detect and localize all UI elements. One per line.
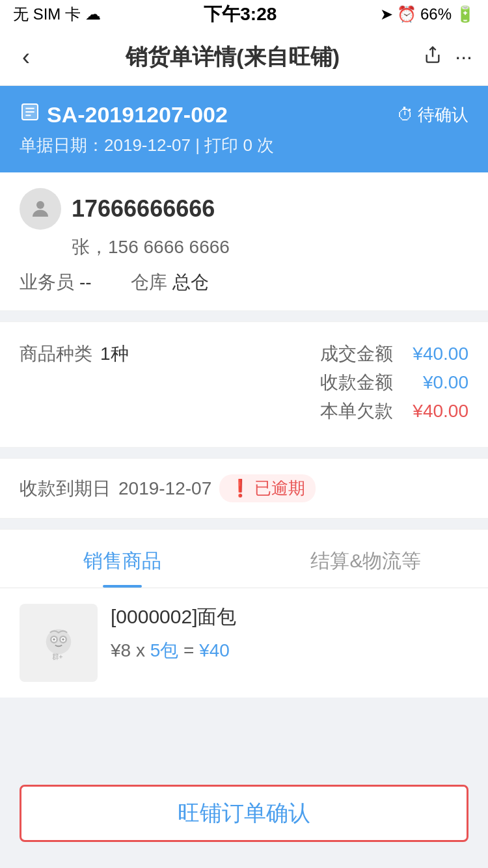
order-status: ⏱ 待确认 — [397, 103, 468, 126]
avatar — [20, 188, 61, 230]
back-button[interactable]: ‹ — [16, 37, 36, 77]
collected-amount-label: 收款金额 — [320, 370, 393, 395]
price-text: ¥8 x — [111, 640, 150, 660]
product-info: [0000002]面包 ¥8 x 5包 = ¥40 — [111, 604, 468, 663]
price-qty: 5包 — [150, 640, 179, 660]
customer-phone: 17666666666 — [72, 195, 215, 223]
salesperson-value: -- — [79, 272, 92, 293]
warehouse-value: 总仓 — [172, 270, 209, 295]
overdue-text: 已逾期 — [254, 477, 305, 500]
battery-text: 66% — [420, 5, 452, 23]
location-icon: ➤ — [380, 5, 393, 23]
tab-settlement-logistics[interactable]: 结算&物流等 — [244, 530, 488, 588]
svg-point-11 — [62, 638, 64, 641]
collected-amount: ¥0.00 — [403, 372, 468, 393]
clock-icon: ⏱ — [397, 105, 414, 125]
share-icon[interactable] — [424, 45, 442, 69]
tabs-section: 销售商品 结算&物流等 — [0, 529, 488, 698]
product-price: ¥8 x 5包 = ¥40 — [111, 638, 468, 663]
bottom-area — [0, 698, 488, 868]
order-icon — [20, 102, 40, 128]
summary-section: 商品种类 1种 成交金额 ¥40.00 收款金额 ¥0.00 本单欠款 ¥40.… — [0, 321, 488, 448]
status-time: 下午3:28 — [204, 2, 277, 27]
due-date-label: 收款到期日 — [20, 476, 111, 501]
tabs-header: 销售商品 结算&物流等 — [0, 530, 488, 588]
owed-amount: ¥40.00 — [403, 401, 468, 422]
status-right: ➤ ⏰ 66% 🔋 — [380, 5, 475, 23]
product-list: 群+ [0000002]面包 ¥8 x 5包 = ¥40 — [0, 588, 488, 698]
transaction-amount-label: 成交金额 — [320, 342, 393, 366]
confirm-btn-container: 旺铺订单确认 — [0, 785, 488, 842]
salesperson-label: 业务员 — [20, 270, 74, 295]
equal-sign: = — [178, 640, 199, 660]
no-sim-text: 无 SIM 卡 ☁ — [13, 4, 101, 25]
page-title: 销货单详情(来自旺铺) — [42, 42, 424, 72]
order-header: SA-20191207-002 ⏱ 待确认 单据日期：2019-12-07 | … — [0, 86, 488, 172]
customer-meta: 业务员 -- 仓库 总仓 — [20, 270, 468, 295]
battery-icon: 🔋 — [455, 5, 475, 23]
owed-amount-label: 本单欠款 — [320, 399, 393, 424]
overdue-badge: ❗ 已逾期 — [219, 474, 316, 502]
svg-point-10 — [53, 638, 55, 641]
status-left: 无 SIM 卡 ☁ — [13, 4, 101, 25]
product-type-value: 1种 — [100, 342, 129, 366]
svg-text:群+: 群+ — [52, 653, 63, 660]
status-bar: 无 SIM 卡 ☁ 下午3:28 ➤ ⏰ 66% 🔋 — [0, 0, 488, 29]
tab-sales-products[interactable]: 销售商品 — [0, 530, 244, 588]
transaction-amount: ¥40.00 — [403, 344, 468, 364]
product-image: 群+ — [20, 604, 98, 682]
order-date: 单据日期：2019-12-07 | 打印 0 次 — [20, 134, 468, 157]
product-type-label: 商品种类 — [20, 342, 92, 366]
customer-name: 张，156 6666 6666 — [72, 235, 468, 260]
nav-actions: ··· — [424, 45, 472, 69]
more-icon[interactable]: ··· — [455, 45, 472, 69]
price-total: ¥40 — [199, 640, 230, 660]
nav-bar: ‹ 销货单详情(来自旺铺) ··· — [0, 29, 488, 86]
alarm-icon: ⏰ — [397, 5, 416, 23]
customer-section: 17666666666 张，156 6666 6666 业务员 -- 仓库 总仓 — [0, 172, 488, 311]
due-date-value: 2019-12-07 — [118, 478, 211, 499]
overdue-icon: ❗ — [230, 478, 251, 498]
order-id: SA-20191207-002 — [20, 102, 228, 128]
table-row: 群+ [0000002]面包 ¥8 x 5包 = ¥40 — [20, 604, 468, 682]
due-date-section: 收款到期日 2019-12-07 ❗ 已逾期 — [0, 458, 488, 519]
product-name: [0000002]面包 — [111, 604, 468, 631]
confirm-order-button[interactable]: 旺铺订单确认 — [20, 785, 468, 842]
warehouse-label: 仓库 — [131, 270, 167, 295]
svg-point-4 — [36, 201, 44, 209]
